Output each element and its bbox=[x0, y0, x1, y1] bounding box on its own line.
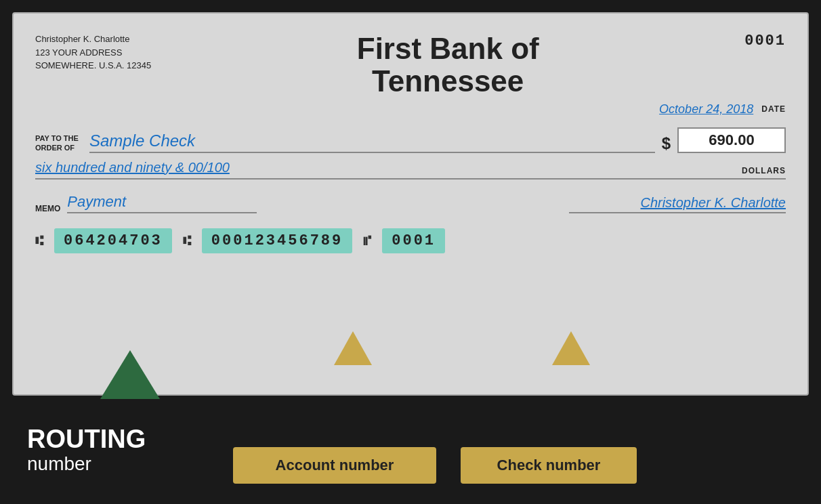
routing-label: ROUTING number bbox=[27, 425, 146, 475]
memo-line: Payment bbox=[67, 193, 257, 213]
account-number-badge: Account number bbox=[233, 447, 436, 484]
memo-label: MEMO bbox=[35, 204, 60, 213]
holder-name: Christopher K. Charlotte bbox=[35, 34, 129, 44]
bank-name: First Bank of Tennessee bbox=[165, 33, 731, 98]
micr-check-symbol: ⑈ bbox=[363, 233, 371, 249]
date-row: October 24, 2018 DATE bbox=[35, 102, 786, 117]
amount-box: 690.00 bbox=[677, 127, 786, 153]
date-value: October 24, 2018 bbox=[659, 102, 753, 117]
check-number-top: 0001 bbox=[744, 33, 786, 49]
account-number-micr: 000123456789 bbox=[202, 228, 352, 253]
routing-word: ROUTING bbox=[27, 425, 146, 454]
memo-left: MEMO Payment bbox=[35, 193, 257, 213]
check-number-arrow bbox=[552, 331, 590, 365]
payee-line: Sample Check bbox=[89, 131, 655, 153]
memo-row: MEMO Payment Christopher K. Charlotte bbox=[35, 193, 786, 213]
check-number-badge: Check number bbox=[461, 447, 637, 484]
check-header: Christopher K. Charlotte 123 YOUR ADDRES… bbox=[35, 33, 786, 98]
check-document: Christopher K. Charlotte 123 YOUR ADDRES… bbox=[12, 12, 809, 396]
number-word: number bbox=[27, 454, 146, 475]
routing-number-micr: 064204703 bbox=[54, 228, 172, 253]
account-number-arrow bbox=[334, 331, 372, 365]
routing-arrow bbox=[100, 350, 160, 399]
memo-value: Payment bbox=[67, 193, 126, 210]
micr-row: ⑆ 064204703 ⑆ 000123456789 ⑈ 0001 bbox=[35, 228, 786, 253]
check-number-micr: 0001 bbox=[382, 228, 445, 253]
account-holder: Christopher K. Charlotte 123 YOUR ADDRES… bbox=[35, 33, 151, 72]
micr-open-symbol: ⑆ bbox=[35, 233, 43, 249]
written-amount-row: six hundred and ninety & 00/100 DOLLARS bbox=[35, 160, 786, 180]
dollar-sign: $ bbox=[662, 134, 671, 153]
micr-close-symbol: ⑆ bbox=[183, 233, 191, 249]
pay-to-label: PAY TO THEORDER OF bbox=[35, 133, 83, 153]
dollars-label: DOLLARS bbox=[742, 166, 786, 175]
signature-line: Christopher K. Charlotte bbox=[569, 195, 786, 213]
date-label: DATE bbox=[761, 104, 786, 114]
payee-name: Sample Check bbox=[89, 131, 195, 150]
signature-value: Christopher K. Charlotte bbox=[640, 195, 786, 210]
holder-address2: SOMEWHERE. U.S.A. 12345 bbox=[35, 60, 151, 70]
holder-address1: 123 YOUR ADDRESS bbox=[35, 47, 122, 58]
written-amount: six hundred and ninety & 00/100 bbox=[35, 160, 230, 175]
pay-to-row: PAY TO THEORDER OF Sample Check $ 690.00 bbox=[35, 127, 786, 153]
